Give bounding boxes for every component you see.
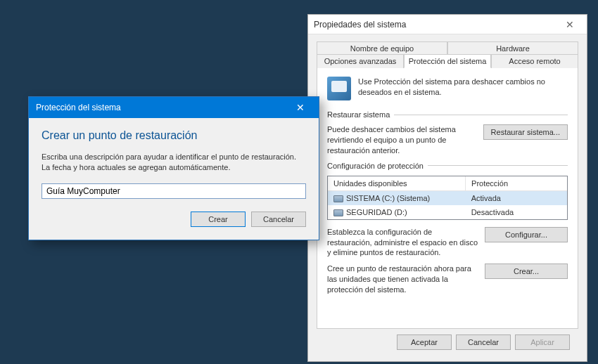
drive-name: SISTEMA (C:) (Sistema) [346,194,430,202]
dialog-title: Protección del sistema [36,103,121,112]
ok-button[interactable]: Aceptar [397,334,452,350]
drive-name: SEGURIDAD (D:) [346,208,407,216]
drive-protection: Activada [466,193,567,204]
window-body: Nombre de equipo Hardware Opciones avanz… [308,34,587,361]
dialog-footer: Crear Cancelar [42,212,306,227]
dialog-heading: Crear un punto de restauración [42,129,306,142]
close-icon[interactable]: ✕ [559,18,581,32]
tab-hardware[interactable]: Hardware [447,41,578,55]
tab-remote-access[interactable]: Acceso remoto [491,54,578,68]
intro-row: Use Protección del sistema para deshacer… [327,77,568,100]
intro-text: Use Protección del sistema para deshacer… [358,77,568,100]
footer-buttons: Aceptar Cancelar Aplicar [317,329,578,357]
dialog-titlebar[interactable]: Protección del sistema ✕ [29,97,319,118]
restore-system-button[interactable]: Restaurar sistema... [483,124,568,140]
create-row: Cree un punto de restauración ahora para… [327,264,568,295]
titlebar[interactable]: Propiedades del sistema ✕ [308,15,587,34]
drive-icon [333,195,343,202]
drive-protection: Desactivada [466,207,567,218]
system-properties-window: Propiedades del sistema ✕ Nombre de equi… [307,14,587,362]
tab-system-protection[interactable]: Protección del sistema [404,54,491,68]
dialog-desc: Escriba una descripción para ayudar a id… [42,152,306,174]
dialog-body: Crear un punto de restauración Escriba u… [29,118,319,240]
apply-button[interactable]: Aplicar [515,334,570,350]
restore-row: Puede deshacer cambios del sistema revir… [327,124,568,156]
create-desc: Cree un punto de restauración ahora para… [327,264,478,295]
tabs: Nombre de equipo Hardware Opciones avanz… [317,41,578,68]
cancel-button[interactable]: Cancelar [251,212,306,227]
drive-table: Unidades disponibles Protección SISTEMA … [327,176,568,220]
table-row[interactable]: SEGURIDAD (D:) Desactivada [328,205,567,219]
col-drive-header: Unidades disponibles [328,176,466,190]
tab-advanced-options[interactable]: Opciones avanzadas [317,54,404,68]
create-confirm-button[interactable]: Crear [191,212,246,227]
tab-content: Use Protección del sistema para deshacer… [317,67,578,329]
cancel-button[interactable]: Cancelar [456,334,511,350]
drive-icon [333,209,343,216]
close-icon[interactable]: ✕ [289,100,312,115]
create-restore-point-dialog: Protección del sistema ✕ Crear un punto … [28,96,319,240]
table-row[interactable]: SISTEMA (C:) (Sistema) Activada [328,191,567,205]
restore-heading: Restaurar sistema [327,110,568,119]
restore-desc: Puede deshacer cambios del sistema revir… [327,124,476,156]
configure-button[interactable]: Configurar... [485,227,568,242]
protection-heading: Configuración de protección [327,162,568,170]
system-protection-icon [327,77,351,100]
col-prot-header: Protección [466,176,567,190]
create-button[interactable]: Crear... [485,264,568,279]
drive-table-header: Unidades disponibles Protección [328,176,567,191]
tab-computer-name[interactable]: Nombre de equipo [317,41,447,55]
window-title: Propiedades del sistema [314,20,406,30]
description-input[interactable] [42,183,306,199]
configure-row: Establezca la configuración de restaurac… [327,227,568,259]
configure-desc: Establezca la configuración de restaurac… [327,227,478,259]
